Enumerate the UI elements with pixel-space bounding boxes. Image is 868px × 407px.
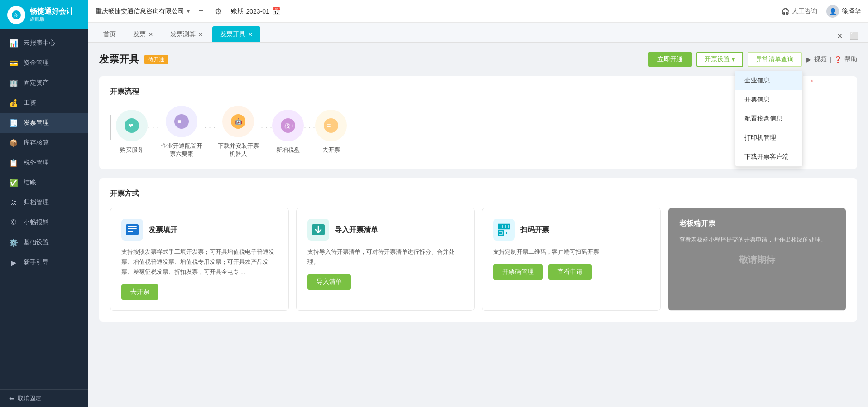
flow-step-go-invoice: ≡ 去开票 [315, 110, 347, 154]
tab-invoice-open-label: 发票开具 [220, 30, 245, 39]
tab-invoice-open-close[interactable]: ✕ [248, 31, 253, 38]
dropdown-tax-config[interactable]: 配置税盘信息 [735, 109, 802, 128]
sidebar-item-invoice[interactable]: 🧾 发票管理 [0, 113, 88, 133]
company-selector[interactable]: 重庆畅捷交通信息咨询有限公司 ▾ [96, 7, 190, 15]
dropdown-download-client[interactable]: 下载开票客户端 [735, 147, 802, 166]
sidebar-item-fund[interactable]: 💳 资金管理 [0, 53, 88, 73]
checkout-icon: ✅ [9, 178, 18, 187]
scan-invoice-header: 扫码开票 [493, 219, 649, 241]
unpin-icon: ⬅ [9, 395, 14, 402]
flow-arrow-4: · · · [304, 122, 315, 142]
tab-home[interactable]: 首页 [96, 26, 124, 42]
tab-invoice-calc-close[interactable]: ✕ [198, 31, 203, 38]
scan-invoice-desc: 支持定制开票二维码，客户端可扫码开票 [493, 247, 649, 257]
svg-rect-12 [126, 224, 139, 235]
svg-rect-14 [128, 228, 137, 229]
fixed-asset-icon: 🏢 [9, 78, 18, 87]
settings-dropdown: 企业信息 → 开票信息 配置税盘信息 打印机管理 下 [735, 71, 803, 167]
tab-invoice-list-label: 发票 [133, 30, 146, 39]
tax-icon: 📋 [9, 158, 18, 167]
import-list-button[interactable]: 导入清单 [307, 274, 351, 290]
user-info[interactable]: 👤 徐泽华 [826, 5, 861, 18]
sidebar-item-report[interactable]: © 小畅报销 [0, 213, 88, 233]
settings-icon: ⚙️ [9, 238, 18, 247]
dropdown-arrow-icon: ▾ [732, 56, 735, 63]
methods-grid: 发票填开 支持按照发票样式手工填开发票；可开具增值税电子普通发票、增值税普通发票… [110, 208, 846, 311]
help-icon: ❓ [834, 56, 842, 63]
tab-invoice-list-close[interactable]: ✕ [149, 31, 153, 38]
sidebar-item-label: 发票管理 [24, 119, 49, 127]
flow-arrow-3: · · · [261, 122, 272, 142]
calendar-icon[interactable]: 📅 [272, 7, 281, 15]
period-label: 账期 [231, 7, 244, 15]
sidebar-item-inventory[interactable]: 📦 库存核算 [0, 133, 88, 153]
sidebar-footer[interactable]: ⬅ 取消固定 [0, 389, 88, 407]
dropdown-printer[interactable]: 打印机管理 [735, 128, 802, 147]
scan-invoice-btn2[interactable]: 查看申请 [548, 264, 592, 280]
sidebar-item-label: 基础设置 [24, 238, 49, 247]
consultant-button[interactable]: 🎧 人工咨询 [782, 7, 817, 15]
buy-service-icon: ❤ [116, 110, 148, 141]
dropdown-company-info[interactable]: 企业信息 → [735, 71, 802, 90]
methods-section-title: 开票方式 [110, 189, 846, 199]
fill-invoice-header: 发票填开 [121, 219, 278, 241]
guide-icon: ▶ [9, 258, 18, 267]
main-area: 重庆畅捷交通信息咨询有限公司 ▾ + ⚙ 账期 2023-01 📅 🎧 人工咨询… [88, 0, 868, 407]
import-list-header: 导入开票清单 [307, 219, 464, 241]
add-company-button[interactable]: + [197, 5, 206, 18]
separator: | [830, 56, 831, 63]
svg-rect-23 [499, 232, 502, 234]
invoice-settings-button[interactable]: 开票设置 ▾ [696, 52, 743, 67]
svg-rect-13 [128, 226, 137, 227]
unpin-label: 取消固定 [18, 394, 41, 402]
tab-close-button[interactable]: ✕ [835, 30, 844, 42]
scan-invoice-title: 扫码开票 [520, 225, 549, 235]
scan-invoice-icon [493, 219, 515, 241]
sidebar-item-checkout[interactable]: ✅ 结账 [0, 173, 88, 193]
sidebar-item-settings[interactable]: ⚙️ 基础设置 [0, 233, 88, 252]
logo-icon: 会 [7, 6, 25, 24]
sidebar-item-salary[interactable]: 💰 工资 [0, 93, 88, 113]
topbar: 重庆畅捷交通信息咨询有限公司 ▾ + ⚙ 账期 2023-01 📅 🎧 人工咨询… [88, 0, 868, 23]
tab-invoice-open[interactable]: 发票开具 ✕ [212, 26, 260, 42]
tab-invoice-calc-label: 发票测算 [170, 30, 196, 39]
boss-invoice-desc: 查看老板端小程序提交的开票申请，并作出相应的处理。 [679, 235, 835, 245]
sidebar-item-guide[interactable]: ▶ 新手引导 [0, 252, 88, 272]
add-tax-label: 新增税盘 [276, 146, 300, 154]
sidebar-item-label: 结账 [24, 179, 36, 187]
status-badge: 待开通 [144, 55, 168, 64]
topbar-settings-button[interactable]: ⚙ [213, 5, 224, 18]
sidebar-item-tax[interactable]: 📋 税务管理 [0, 153, 88, 173]
tab-invoice-list[interactable]: 发票 ✕ [125, 26, 161, 42]
tab-maximize-button[interactable]: ⬜ [848, 30, 861, 42]
tax-config-label: 配置税盘信息 [744, 115, 782, 122]
headset-icon: 🎧 [782, 8, 789, 15]
flow-step-config: ≡ 企业开通配置开票六要素 [159, 106, 204, 158]
download-client-label: 下载开票客户端 [744, 153, 789, 160]
company-info-label: 企业信息 [744, 77, 770, 84]
page-title: 发票开具 [99, 53, 139, 66]
period-info: 账期 2023-01 📅 [231, 7, 281, 15]
scan-invoice-btn1[interactable]: 开票码管理 [493, 264, 543, 280]
sidebar-item-label: 新手引导 [24, 258, 49, 266]
sidebar-item-label: 税务管理 [24, 159, 49, 167]
activate-button[interactable]: 立即开通 [648, 52, 692, 67]
sidebar-item-cloud-report[interactable]: 📊 云报表中心 [0, 33, 88, 53]
fill-invoice-button[interactable]: 去开票 [121, 284, 158, 300]
video-label[interactable]: 视频 [814, 55, 827, 63]
svg-text:🤖: 🤖 [235, 118, 243, 126]
method-boss-invoice: 老板端开票 查看老板端小程序提交的开票申请，并作出相应的处理。 敬请期待 [668, 208, 847, 311]
help-label[interactable]: 帮助 [844, 55, 857, 63]
sidebar-item-fixed-asset[interactable]: 🏢 固定资产 [0, 73, 88, 93]
invoice-info-label: 开票信息 [744, 96, 770, 103]
abnormal-list-button[interactable]: 异常清单查询 [748, 52, 802, 67]
sidebar-item-label: 资金管理 [24, 59, 49, 67]
sidebar-item-archive[interactable]: 🗂 归档管理 [0, 193, 88, 213]
dropdown-invoice-info[interactable]: 开票信息 [735, 90, 802, 109]
tab-invoice-calc[interactable]: 发票测算 ✕ [163, 26, 211, 42]
svg-rect-25 [508, 232, 508, 233]
invoice-settings-label: 开票设置 [705, 55, 730, 63]
boss-invoice-disabled-text: 敬请期待 [679, 254, 835, 266]
period-value: 2023-01 [246, 8, 269, 15]
page-actions: 立即开通 开票设置 ▾ 异常清单查询 ▶ 视频 | ❓ 帮助 [648, 52, 857, 67]
